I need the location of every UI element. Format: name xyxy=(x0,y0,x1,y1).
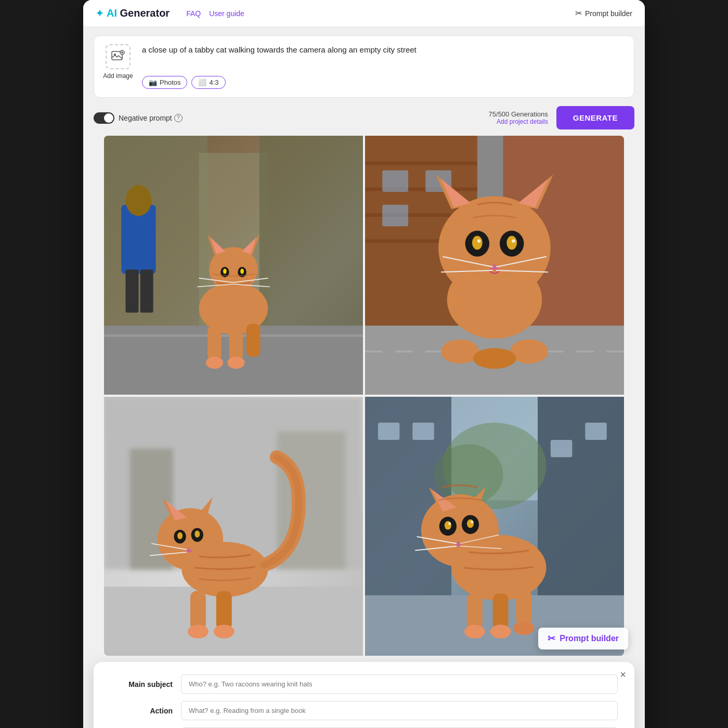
svg-rect-78 xyxy=(190,591,206,630)
scissors-float-icon: ✂ xyxy=(548,633,555,644)
add-image-label: Add image xyxy=(103,72,133,80)
svg-point-75 xyxy=(177,532,183,539)
main-subject-label: Main subject xyxy=(110,680,173,688)
generated-image-2[interactable] xyxy=(365,136,624,395)
svg-point-110 xyxy=(464,625,485,639)
add-image-button[interactable]: Add image xyxy=(102,44,134,80)
app-container: ✦ AI Generator FAQ User guide ✂ Prompt b… xyxy=(83,0,645,728)
svg-point-27 xyxy=(227,357,244,369)
svg-point-54 xyxy=(512,239,515,243)
aspect-ratio-icon: ⬜ xyxy=(198,79,206,86)
logo: ✦ AI Generator xyxy=(96,7,170,19)
svg-rect-67 xyxy=(104,587,363,656)
svg-point-105 xyxy=(471,521,473,523)
user-guide-link[interactable]: User guide xyxy=(209,9,244,18)
svg-point-102 xyxy=(445,521,451,530)
logo-star-icon: ✦ xyxy=(96,8,103,19)
generations-info: 75/500 Generations Add project details xyxy=(489,110,548,125)
prompt-text-input[interactable]: a close up of a tabby cat walking toward… xyxy=(142,44,626,68)
generate-button[interactable]: GENERATE xyxy=(556,106,634,129)
svg-rect-109 xyxy=(516,590,532,625)
prompt-builder-header-button[interactable]: ✂ Prompt builder xyxy=(575,8,632,18)
logo-ai-text: AI xyxy=(107,7,117,19)
svg-rect-12 xyxy=(140,269,153,313)
add-image-icon xyxy=(106,44,131,69)
generated-image-3[interactable] xyxy=(104,397,363,656)
svg-rect-4 xyxy=(104,136,207,326)
prompt-builder-panel: × Main subject Action Surroundings Visua… xyxy=(94,662,634,728)
svg-point-96 xyxy=(421,495,499,567)
svg-point-69 xyxy=(158,508,223,570)
action-label: Action xyxy=(110,707,173,715)
logo-text: AI Generator xyxy=(107,7,170,19)
svg-rect-6 xyxy=(259,136,363,352)
svg-point-10 xyxy=(126,185,152,216)
panel-close-button[interactable]: × xyxy=(620,669,626,680)
prompt-builder-float-label: Prompt builder xyxy=(560,634,619,643)
image-grid-wrapper: ✂ Prompt builder xyxy=(94,136,634,656)
add-project-link[interactable]: Add project details xyxy=(489,118,548,125)
camera-icon: 📷 xyxy=(149,79,157,86)
photos-tag-label: Photos xyxy=(160,79,180,86)
prompt-builder-float-button[interactable]: ✂ Prompt builder xyxy=(538,628,628,649)
svg-rect-107 xyxy=(467,593,483,630)
svg-rect-87 xyxy=(378,423,400,440)
svg-rect-108 xyxy=(493,593,509,630)
svg-point-62 xyxy=(473,348,516,369)
svg-point-52 xyxy=(506,236,517,250)
svg-rect-89 xyxy=(551,440,573,457)
negative-prompt-help-icon[interactable]: ? xyxy=(174,114,183,122)
action-row: Action xyxy=(110,701,618,720)
negative-prompt-toggle-container: Negative prompt ? xyxy=(94,112,183,124)
svg-point-53 xyxy=(477,239,481,243)
svg-rect-25 xyxy=(246,324,261,357)
svg-rect-36 xyxy=(365,188,477,191)
svg-point-104 xyxy=(448,523,451,525)
svg-point-112 xyxy=(514,621,535,635)
generated-image-4[interactable] xyxy=(365,397,624,656)
svg-point-103 xyxy=(467,519,474,528)
svg-point-76 xyxy=(194,530,200,537)
prompt-right: a close up of a tabby cat walking toward… xyxy=(142,44,626,89)
negative-prompt-toggle[interactable] xyxy=(94,112,114,124)
svg-point-111 xyxy=(490,625,511,639)
svg-rect-86 xyxy=(538,397,624,621)
aspect-ratio-tag-button[interactable]: ⬜ 4:3 xyxy=(191,76,225,89)
svg-point-80 xyxy=(188,625,209,639)
image-grid xyxy=(104,136,624,656)
generations-count: 75/500 Generations xyxy=(489,110,548,118)
faq-link[interactable]: FAQ xyxy=(186,9,201,18)
photos-tag-button[interactable]: 📷 Photos xyxy=(142,76,187,89)
negative-prompt-label: Negative prompt ? xyxy=(119,114,183,122)
svg-point-22 xyxy=(240,269,244,274)
main-subject-row: Main subject xyxy=(110,674,618,694)
svg-rect-11 xyxy=(126,269,139,313)
svg-rect-90 xyxy=(585,423,607,440)
svg-rect-79 xyxy=(216,591,232,630)
svg-point-44 xyxy=(438,196,551,300)
svg-point-21 xyxy=(223,269,227,274)
svg-point-81 xyxy=(214,625,235,639)
svg-rect-39 xyxy=(382,170,408,192)
prompt-area: Add image a close up of a tabby cat walk… xyxy=(94,35,634,98)
svg-rect-88 xyxy=(412,423,434,440)
svg-rect-23 xyxy=(207,326,222,360)
svg-point-26 xyxy=(206,357,223,369)
prompt-tags: 📷 Photos ⬜ 4:3 xyxy=(142,76,626,89)
header-nav: FAQ User guide xyxy=(186,9,244,18)
controls-bar: Negative prompt ? 75/500 Generations Add… xyxy=(83,106,645,136)
action-input[interactable] xyxy=(181,701,618,720)
header: ✦ AI Generator FAQ User guide ✂ Prompt b… xyxy=(83,0,645,27)
generated-image-1[interactable] xyxy=(104,136,363,395)
svg-rect-41 xyxy=(382,205,408,227)
aspect-ratio-tag-label: 4:3 xyxy=(209,79,218,86)
main-subject-input[interactable] xyxy=(181,674,618,694)
svg-rect-35 xyxy=(365,162,477,165)
svg-rect-24 xyxy=(229,326,243,360)
scissors-icon: ✂ xyxy=(575,8,582,18)
svg-point-51 xyxy=(472,236,483,250)
prompt-builder-header-label: Prompt builder xyxy=(585,9,632,18)
